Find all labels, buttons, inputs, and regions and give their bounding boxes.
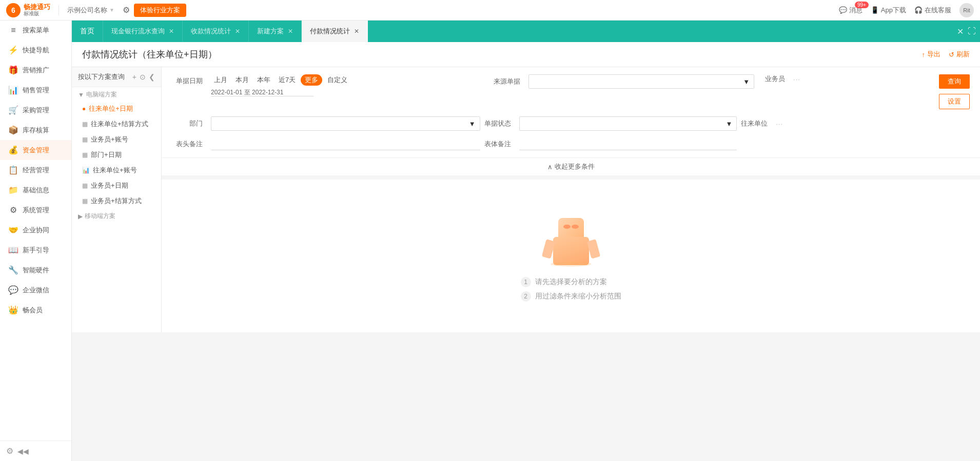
table-head-note-input[interactable] <box>211 138 480 150</box>
table-body-note-label: 表体备注 <box>480 139 511 149</box>
refresh-icon: ↺ <box>949 51 954 58</box>
scheme-item-5[interactable]: ▦ 业务员+日期 <box>72 178 161 193</box>
scheme-add-icon[interactable]: + <box>132 73 136 81</box>
scheme-group-mobile-arrow[interactable]: ▶ <box>78 213 83 220</box>
avatar[interactable]: Rit <box>959 3 974 17</box>
scheme-item-0-label: 往来单位+日期 <box>89 104 133 113</box>
tab-cash-query-close[interactable]: ✕ <box>169 28 174 35</box>
app-download-label: App下载 <box>881 6 906 15</box>
sidebar-item-quick-nav[interactable]: ⚡ 快捷导航 <box>0 40 71 60</box>
scheme-item-6[interactable]: ▦ 业务员+结算方式 <box>72 193 161 209</box>
scheme-collapse-icon[interactable]: ❮ <box>149 73 155 81</box>
sidebar-label-search-menu: 搜索菜单 <box>23 26 49 35</box>
tab-cash-query[interactable]: 现金银行流水查询 ✕ <box>103 21 183 42</box>
scheme-item-5-label: 业务员+日期 <box>91 181 128 190</box>
settings-icon[interactable]: ⚙ <box>123 5 130 15</box>
tab-bar: 首页 现金银行流水查询 ✕ 收款情况统计 ✕ 新建方案 ✕ 付款情况统计 ✕ ✕… <box>72 21 980 42</box>
scheme-item-4[interactable]: 📊 往来单位+账号 <box>72 163 161 178</box>
sidebar-item-operations[interactable]: 📋 经营管理 <box>0 160 71 180</box>
sidebar-settings-icon[interactable]: ⚙ <box>6 446 13 456</box>
partner-ellipsis[interactable]: ··· <box>776 120 783 128</box>
sidebar-item-finance[interactable]: 💰 资金管理 <box>0 140 71 160</box>
page-header: 付款情况统计（往来单位+日期） ↑ 导出 ↺ 刷新 <box>72 42 980 67</box>
export-icon: ↑ <box>922 51 926 58</box>
scheme-group-label: 电脑端方案 <box>86 90 117 99</box>
scheme-group-desktop: ▼ 电脑端方案 ● 往来单位+日期 ▦ 往来单位+结算方式 ▦ <box>72 87 161 209</box>
date-tab-more[interactable]: 更多 <box>301 74 322 86</box>
trial-button[interactable]: 体验行业方案 <box>134 4 186 17</box>
collapse-button[interactable]: ∧ 收起更多条件 <box>547 162 595 171</box>
sidebar-item-purchase[interactable]: 🛒 采购管理 <box>0 100 71 120</box>
tab-payment-stats[interactable]: 付款情况统计 ✕ <box>302 21 368 42</box>
date-tab-custom[interactable]: 自定义 <box>324 74 350 86</box>
sidebar-label-sales: 销售管理 <box>23 86 49 95</box>
partner-label: 往来单位 <box>737 119 768 128</box>
company-selector[interactable]: 示例公司名称 ▼ <box>67 6 114 15</box>
sidebar-item-system[interactable]: ⚙ 系统管理 <box>0 200 71 220</box>
source-select[interactable]: ▼ <box>528 74 754 89</box>
date-tab-last-month[interactable]: 上月 <box>211 74 230 86</box>
sidebar-item-vip[interactable]: 👑 畅会员 <box>0 300 71 320</box>
tab-new-plan[interactable]: 新建方案 ✕ <box>249 21 302 42</box>
search-menu-icon: ≡ <box>8 26 18 35</box>
docstatus-select[interactable]: ▼ <box>519 116 737 131</box>
scheme-item-1-label: 往来单位+结算方式 <box>91 119 148 129</box>
tab-payment-stats-close[interactable]: ✕ <box>354 28 359 35</box>
sidebar-item-weixin[interactable]: 💬 企业微信 <box>0 280 71 300</box>
main-layout: ≡ 搜索菜单 ⚡ 快捷导航 🎁 营销推广 📊 销售管理 🛒 采购管理 📦 库存核… <box>0 21 980 461</box>
sidebar-item-inventory[interactable]: 📦 库存核算 <box>0 120 71 140</box>
export-button[interactable]: ↑ 导出 <box>922 50 941 59</box>
sidebar-item-marketing[interactable]: 🎁 营销推广 <box>0 60 71 80</box>
sidebar-label-operations: 经营管理 <box>23 166 49 175</box>
tab-new-plan-label: 新建方案 <box>257 27 284 36</box>
query-settings-col: 查询 设置 <box>939 74 970 109</box>
filter-row-3: 表头备注 表体备注 <box>172 138 970 150</box>
scheme-group-arrow[interactable]: ▼ <box>78 91 84 98</box>
scheme-item-3-icon: ▦ <box>82 151 88 158</box>
scheme-group-mobile-title: ▶ 移动端方案 <box>72 209 161 223</box>
source-label: 来源单据 <box>489 77 520 86</box>
sidebar-item-search-menu[interactable]: ≡ 搜索菜单 <box>0 21 71 40</box>
refresh-button[interactable]: ↺ 刷新 <box>949 50 970 59</box>
sidebar-label-purchase: 采购管理 <box>23 106 49 115</box>
sidebar-label-marketing: 营销推广 <box>23 66 49 75</box>
sidebar-item-collab[interactable]: 🤝 企业协同 <box>0 220 71 240</box>
sidebar-label-quick-nav: 快捷导航 <box>23 46 49 55</box>
scheme-item-0[interactable]: ● 往来单位+日期 <box>72 101 161 116</box>
sidebar-collapse-icon[interactable]: ◀◀ <box>17 447 29 455</box>
scheme-item-2[interactable]: ▦ 业务员+账号 <box>72 132 161 147</box>
tab-home[interactable]: 首页 <box>72 21 103 42</box>
sidebar-label-base-info: 基础信息 <box>23 186 49 195</box>
scheme-settings-icon[interactable]: ⊙ <box>140 73 146 81</box>
query-button[interactable]: 查询 <box>939 74 970 89</box>
sidebar-item-hardware[interactable]: 🔧 智能硬件 <box>0 260 71 280</box>
top-header: 6 畅捷通巧 标准版 示例公司名称 ▼ ⚙ 体验行业方案 💬 消息 99+ 📱 … <box>0 0 980 21</box>
table-body-note-input[interactable] <box>519 138 737 150</box>
partner-filter: 往来单位 ··· <box>737 119 908 128</box>
tab-maximize-icon[interactable]: ⛶ <box>968 27 976 36</box>
tab-close-all-icon[interactable]: ✕ <box>957 27 964 36</box>
scheme-item-3[interactable]: ▦ 部门+日期 <box>72 147 161 163</box>
settings-button[interactable]: 设置 <box>939 94 970 109</box>
sales-icon: 📊 <box>8 85 18 95</box>
date-tab-7days[interactable]: 近7天 <box>276 74 299 86</box>
sidebar-item-guide[interactable]: 📖 新手引导 <box>0 240 71 260</box>
dept-select[interactable]: ▼ <box>211 116 480 131</box>
online-service[interactable]: 🎧 在线客服 <box>914 6 951 15</box>
date-label: 单据日期 <box>172 76 203 86</box>
date-tabs-row: 上月 本月 本年 近7天 更多 自定义 <box>211 74 489 86</box>
sidebar-item-base-info[interactable]: 📁 基础信息 <box>0 180 71 200</box>
date-tab-this-year[interactable]: 本年 <box>254 74 273 86</box>
tab-receipt-stats-close[interactable]: ✕ <box>235 28 240 35</box>
tab-receipt-stats[interactable]: 收款情况统计 ✕ <box>183 21 249 42</box>
salesman-ellipsis[interactable]: ··· <box>793 75 800 83</box>
scheme-item-1[interactable]: ▦ 往来单位+结算方式 <box>72 116 161 132</box>
sidebar-item-sales[interactable]: 📊 销售管理 <box>0 80 71 100</box>
msg-area[interactable]: 💬 消息 99+ <box>839 6 863 15</box>
company-name: 示例公司名称 <box>67 6 107 15</box>
tab-new-plan-close[interactable]: ✕ <box>288 28 293 35</box>
date-tab-this-month[interactable]: 本月 <box>232 74 252 86</box>
app-download[interactable]: 📱 App下载 <box>871 6 906 15</box>
date-range-display <box>211 88 489 96</box>
date-range-input[interactable] <box>211 89 313 96</box>
